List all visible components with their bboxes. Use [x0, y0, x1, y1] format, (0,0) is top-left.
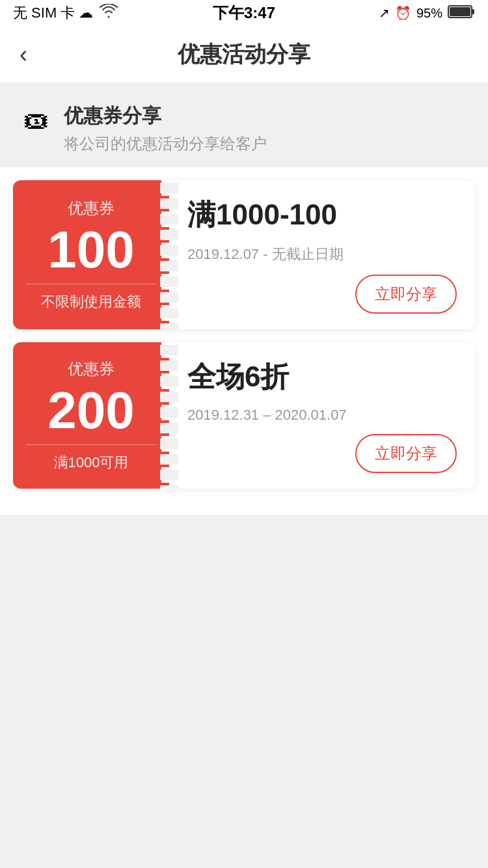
battery-icon [448, 5, 475, 22]
coupon-date-1: 2019.12.07 - 无截止日期 [187, 245, 457, 264]
coupon-right-1: 满1000-100 2019.12.07 - 无截止日期 立即分享 [169, 180, 475, 329]
coupon-condition-1: 不限制使用金额 [41, 292, 141, 312]
page-title: 优惠活动分享 [178, 40, 310, 70]
footer-background [0, 515, 488, 868]
location-icon: ↗ [379, 5, 390, 21]
coupon-left-2: 优惠券 200 满1000可用 [13, 342, 169, 489]
battery-percentage: 95% [416, 6, 442, 21]
coupon-right-2: 全场6折 2019.12.31 – 2020.01.07 立即分享 [169, 342, 475, 489]
coupon-list: 优惠券 100 不限制使用金额 满1000-100 2019.12.07 - 无… [0, 167, 488, 515]
share-button-1[interactable]: 立即分享 [355, 275, 457, 314]
coupon-divider-1 [26, 284, 156, 284]
status-left: 无 SIM 卡 ☁ [13, 3, 118, 23]
coupon-type-1: 优惠券 [68, 198, 115, 219]
svg-rect-1 [472, 9, 474, 14]
svg-rect-2 [450, 7, 470, 16]
coupon-card-1: 优惠券 100 不限制使用金额 满1000-100 2019.12.07 - 无… [13, 180, 475, 329]
alarm-icon: ⏰ [395, 5, 411, 21]
coupon-date-2: 2019.12.31 – 2020.01.07 [187, 407, 457, 424]
coupon-value-2: 200 [47, 385, 134, 437]
section-text: 优惠券分享 将公司的优惠活动分享给客户 [64, 103, 267, 154]
status-right: ↗ ⏰ 95% [379, 5, 475, 22]
share-button-2[interactable]: 立即分享 [355, 434, 457, 473]
nav-bar: ‹ 优惠活动分享 [0, 26, 488, 83]
coupon-card-2: 优惠券 200 满1000可用 全场6折 2019.12.31 – 2020.0… [13, 342, 475, 489]
coupon-type-2: 优惠券 [68, 359, 115, 379]
no-sim-label: 无 SIM 卡 ☁ [13, 3, 93, 23]
wifi-icon [100, 4, 118, 22]
back-button[interactable]: ‹ [20, 41, 27, 68]
status-bar: 无 SIM 卡 ☁ 下午3:47 ↗ ⏰ 95% [0, 0, 488, 26]
coupon-name-2: 全场6折 [187, 358, 457, 396]
coupon-name-1: 满1000-100 [187, 196, 457, 234]
coupon-value-1: 100 [47, 224, 134, 276]
section-header: 🎟 优惠券分享 将公司的优惠活动分享给客户 [0, 83, 488, 167]
coupon-icon: 🎟 [20, 103, 53, 137]
status-time: 下午3:47 [213, 3, 275, 23]
coupon-condition-2: 满1000可用 [54, 453, 129, 472]
section-title: 优惠券分享 [64, 103, 267, 129]
coupon-left-1: 优惠券 100 不限制使用金额 [13, 180, 169, 329]
coupon-divider-2 [26, 444, 156, 445]
section-subtitle: 将公司的优惠活动分享给客户 [64, 133, 267, 154]
